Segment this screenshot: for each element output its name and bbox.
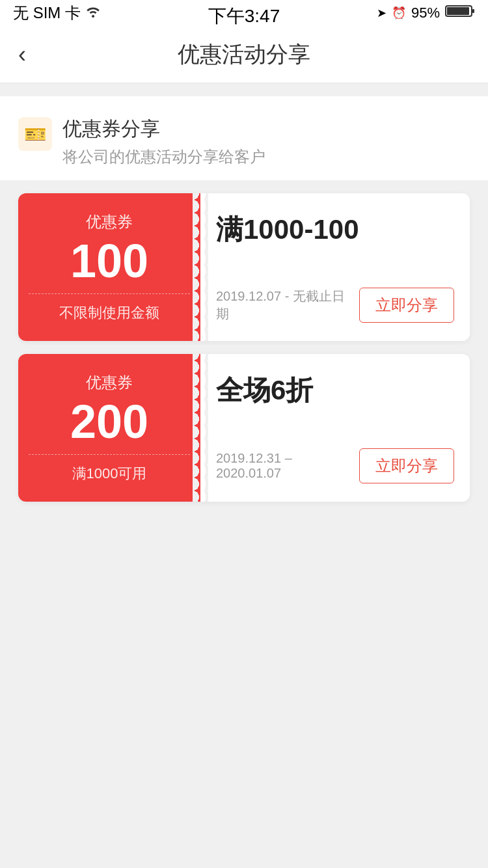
scallop-1 — [193, 354, 208, 502]
coupon-label-1: 优惠券 — [86, 372, 133, 393]
section-title: 优惠券分享 — [62, 116, 265, 142]
coupon-card: 优惠券 200 满1000可用 全场6折 2019.12.31 – 2020.0… — [18, 354, 470, 502]
nav-title: 优惠活动分享 — [178, 40, 310, 70]
carrier-label: 无 SIM 卡 — [13, 3, 81, 23]
coupon-date-0: 2019.12.07 - 无截止日期 — [216, 288, 351, 323]
coupon-name-0: 满1000-100 — [216, 211, 454, 248]
status-time: 下午3:47 — [208, 4, 280, 29]
coupon-left-0: 优惠券 100 不限制使用金额 — [18, 193, 200, 341]
coupon-list: 优惠券 100 不限制使用金额 满1000-100 2019.12.07 - 无… — [0, 180, 488, 515]
coupon-bottom-0: 2019.12.07 - 无截止日期 立即分享 — [216, 288, 454, 323]
coupon-amount-1: 200 — [70, 398, 148, 445]
coupon-name-1: 全场6折 — [216, 372, 454, 409]
battery-percent: 95% — [411, 5, 440, 21]
coupon-amount-0: 100 — [70, 237, 148, 284]
coupon-left-1: 优惠券 200 满1000可用 — [18, 354, 200, 502]
svg-rect-1 — [447, 7, 469, 15]
coupon-label-0: 优惠券 — [86, 211, 133, 232]
coupon-bottom-1: 2019.12.31 – 2020.01.07 立即分享 — [216, 448, 454, 483]
coupon-right-1: 全场6折 2019.12.31 – 2020.01.07 立即分享 — [200, 354, 470, 502]
svg-rect-2 — [472, 9, 474, 13]
status-left: 无 SIM 卡 — [13, 3, 103, 23]
coupon-condition-0: 不限制使用金额 — [59, 303, 159, 323]
status-right: ➤ ⏰ 95% — [377, 4, 475, 22]
coupon-condition-1: 满1000可用 — [72, 464, 147, 483]
section-subtitle: 将公司的优惠活动分享给客户 — [62, 146, 265, 167]
coupon-card: 优惠券 100 不限制使用金额 满1000-100 2019.12.07 - 无… — [18, 193, 470, 341]
scallop-0 — [193, 193, 208, 341]
coupon-date-1: 2019.12.31 – 2020.01.07 — [216, 451, 351, 481]
alarm-icon: ⏰ — [392, 6, 406, 20]
battery-icon — [445, 4, 475, 22]
back-button[interactable]: ‹ — [18, 41, 26, 68]
section-icon: 🎫 — [18, 117, 52, 151]
share-button-0[interactable]: 立即分享 — [359, 288, 454, 323]
section-text-block: 优惠券分享 将公司的优惠活动分享给客户 — [62, 116, 265, 167]
coupon-divider-1 — [29, 454, 190, 455]
coupon-right-0: 满1000-100 2019.12.07 - 无截止日期 立即分享 — [200, 193, 470, 341]
status-bar: 无 SIM 卡 下午3:47 ➤ ⏰ 95% — [0, 0, 488, 26]
location-icon: ➤ — [377, 6, 386, 20]
section-header: 🎫 优惠券分享 将公司的优惠活动分享给客户 — [0, 96, 488, 180]
coupon-divider-0 — [29, 293, 190, 294]
wifi-icon — [86, 4, 103, 22]
nav-bar: ‹ 优惠活动分享 — [0, 26, 488, 83]
share-button-1[interactable]: 立即分享 — [359, 448, 454, 483]
